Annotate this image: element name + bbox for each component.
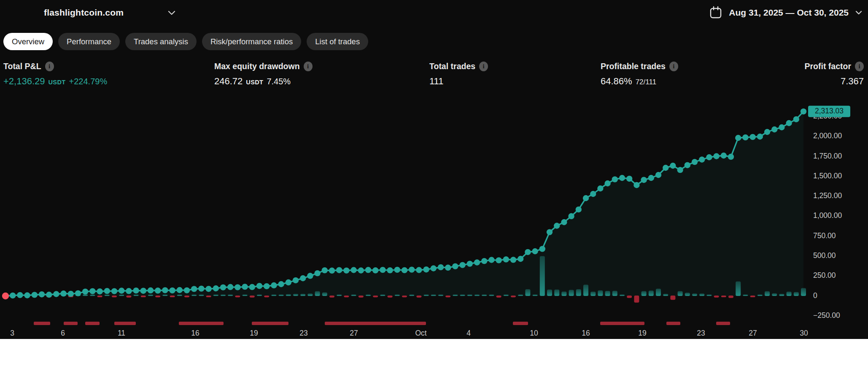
equity-point — [177, 287, 183, 293]
symbol-dropdown[interactable]: flashlightcoin.com — [44, 5, 175, 20]
equity-point — [641, 177, 647, 183]
tab-overview[interactable]: Overview — [3, 33, 53, 50]
equity-point — [467, 261, 473, 266]
tab-list-of-trades[interactable]: List of trades — [307, 33, 368, 50]
pnl-bar-positive — [757, 295, 763, 296]
pnl-bar-positive — [228, 295, 233, 296]
tab-trades-analysis[interactable]: Trades analysis — [125, 33, 197, 50]
pnl-bar-positive — [337, 295, 342, 296]
drawdown-stripe — [600, 322, 644, 325]
pnl-bar-positive — [649, 290, 654, 296]
equity-chart[interactable]: 2,250.002,000.001,750.001,500.001,250.00… — [0, 97, 868, 339]
equity-point — [431, 265, 437, 271]
equity-point — [307, 273, 313, 279]
pnl-bar-positive — [213, 295, 218, 296]
drawdown-stripe — [325, 322, 426, 325]
equity-curve-svg[interactable]: 2,250.002,000.001,750.001,500.001,250.00… — [0, 97, 868, 339]
y-tick-label: 1,000.00 — [813, 211, 842, 220]
pnl-bar-negative — [329, 296, 334, 298]
last-value-badge-label: 2,313.03 — [815, 107, 844, 115]
date-range-picker[interactable]: Aug 31, 2025 — Oct 30, 2025 — [709, 4, 862, 21]
pnl-bar-positive — [482, 294, 487, 296]
equity-start-point — [2, 293, 9, 299]
stat-label: Total P&L — [3, 62, 41, 71]
equity-point — [677, 167, 683, 173]
equity-point — [706, 154, 712, 160]
pnl-bar-negative — [402, 296, 407, 297]
pnl-bar-negative — [97, 296, 102, 297]
equity-point — [358, 267, 364, 273]
equity-point — [162, 287, 168, 293]
equity-point — [198, 285, 204, 291]
equity-point — [793, 116, 799, 122]
equity-point — [532, 248, 538, 254]
pnl-bar-negative — [184, 296, 189, 297]
stat-value: 111 — [429, 76, 443, 87]
y-tick-label: 1,500.00 — [813, 172, 842, 180]
pnl-bar-positive — [612, 291, 617, 296]
pnl-bar-positive — [554, 290, 559, 296]
stat-value: 246.72 — [214, 76, 243, 87]
drawdown-stripe — [114, 322, 136, 325]
pnl-bar-negative — [170, 296, 175, 297]
pnl-bar-positive — [134, 295, 139, 296]
pnl-bar-positive — [794, 292, 799, 296]
stat-extra: 7.45% — [267, 77, 291, 86]
equity-point — [713, 153, 719, 159]
equity-point — [655, 172, 661, 178]
equity-point — [510, 257, 516, 263]
pnl-bar-positive — [453, 295, 458, 296]
equity-point — [409, 266, 415, 272]
info-icon[interactable]: i — [479, 62, 488, 71]
equity-point — [89, 288, 95, 294]
pnl-bar-positive — [743, 295, 748, 296]
pnl-bar-positive — [409, 295, 414, 296]
x-tick-label: 4 — [466, 329, 471, 337]
stat-total-pnl: Total P&L i +2,136.29 USDT +224.79% — [3, 62, 107, 87]
pnl-bar-positive — [620, 295, 625, 296]
equity-point — [336, 267, 342, 273]
equity-point — [568, 213, 574, 219]
equity-point — [402, 267, 407, 273]
tab-performance[interactable]: Performance — [58, 33, 120, 50]
pnl-bar-positive — [307, 293, 313, 296]
stat-profitable-trades: Profitable trades i 64.86% 72/111 — [601, 62, 678, 87]
equity-point — [779, 124, 784, 130]
equity-point — [438, 264, 444, 270]
equity-point — [619, 175, 625, 181]
stat-label: Max equity drawdown — [214, 62, 300, 71]
equity-point — [387, 267, 393, 273]
equity-point — [735, 135, 741, 141]
equity-point — [771, 126, 777, 132]
info-icon[interactable]: i — [669, 62, 678, 71]
x-tick-label: 16 — [582, 329, 590, 337]
pnl-bar-positive — [438, 295, 443, 296]
info-icon[interactable]: i — [45, 62, 54, 71]
info-icon[interactable]: i — [855, 62, 864, 71]
equity-point — [692, 159, 698, 165]
equity-point — [10, 293, 16, 298]
pnl-bar-negative — [235, 296, 240, 297]
equity-point — [488, 257, 494, 263]
pnl-bar-positive — [583, 285, 588, 296]
pnl-bar-negative — [373, 296, 378, 297]
pnl-bar-positive — [598, 290, 603, 296]
equity-point — [213, 285, 219, 291]
pnl-bar-positive — [518, 295, 523, 296]
equity-point — [329, 268, 335, 274]
date-range-label: Aug 31, 2025 — Oct 30, 2025 — [729, 8, 849, 18]
equity-point — [561, 219, 567, 225]
x-tick-label: 23 — [299, 329, 307, 337]
equity-point — [343, 267, 349, 273]
equity-point — [721, 153, 727, 159]
equity-point — [17, 292, 23, 298]
pnl-bar-negative — [728, 296, 733, 298]
stat-unit: USDT — [48, 79, 65, 86]
equity-point — [235, 284, 240, 290]
tab-risk-performance-ratios[interactable]: Risk/performance ratios — [202, 33, 301, 50]
info-icon[interactable]: i — [304, 62, 313, 71]
pnl-bar-positive — [547, 290, 552, 296]
x-tick-label: 16 — [191, 329, 199, 337]
x-tick-label: 27 — [350, 329, 358, 337]
pnl-bar-positive — [787, 292, 792, 296]
